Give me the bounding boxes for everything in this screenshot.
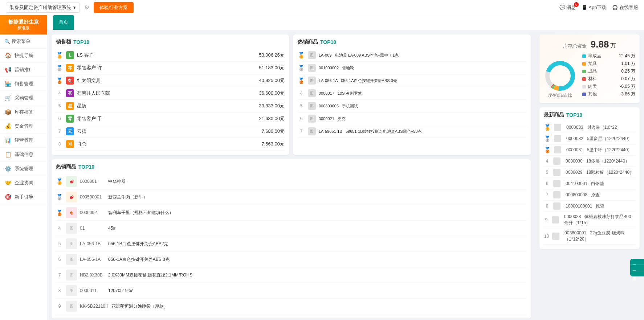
hot-product-row: 🥉 🍖 0000002 智利车子里（规格不知道填什么） — [56, 205, 526, 221]
tab-home[interactable]: 首页 — [53, 15, 74, 30]
app-download[interactable]: 📱 App下载 — [582, 4, 606, 11]
product-rank-row: 🏅 图 LA-089 电池盖 LA-089 ABS本色+黑种 7.1克 — [298, 49, 526, 62]
sidebar-item-basic[interactable]: 📋 基础信息 — [0, 148, 47, 162]
hot-products-card: 热销商品 TOP10 🏅 🥩 0000001 中华神器 🥈 🥩 00050000… — [52, 159, 531, 319]
medal-icon-1: 🏅 — [56, 52, 63, 59]
hot-product-thumb-5: 图 — [66, 238, 77, 249]
hot-product-row: 9 图 KK-SD22110H 花语萌恒温分娩睡袋（厚款） — [56, 299, 526, 314]
product-rank-row: 6 图 0000021 夹克 — [298, 112, 526, 125]
medal-icon: 🥈 — [544, 135, 551, 142]
customer-rank-row: 🥉 红 红太阳文具 40,925.00元 — [56, 74, 285, 87]
customer-badge-3: 红 — [66, 77, 74, 85]
panels-left: 销售额TOP10 🏅 L LS 客户 53,006.26元 🥈 零 零 — [47, 30, 535, 320]
brand-sub: 标准版 — [17, 25, 29, 31]
sidebar-item-finance[interactable]: 💰 资金管理 — [0, 119, 47, 134]
main-content: 销售额TOP10 🏅 L LS 客户 53,006.26元 🥈 零 零 — [47, 30, 644, 320]
customer-badge-4: 苍 — [66, 89, 74, 97]
sidebar-item-purchase[interactable]: 🛒 采购管理 — [0, 91, 47, 105]
customer-badge-1: L — [66, 51, 74, 59]
legend-dot — [582, 54, 586, 58]
new-product-thumb — [552, 233, 559, 240]
inventory-icon: 📦 — [4, 109, 12, 115]
customer-badge-5: 星 — [66, 102, 74, 110]
sidebar-item-operation[interactable]: 📊 经营管理 — [0, 134, 47, 148]
medal-icon: 🏅 — [298, 52, 305, 59]
hot-product-row: 6 图 LA-056-1A 056-1A白色按键开关盖ABS 3克 — [56, 252, 526, 267]
new-product-row: 🥉 0000031 5厘中纤（1220*2440） — [544, 144, 635, 156]
donut-label: 库存资金占比 — [544, 93, 576, 98]
search-menu[interactable]: 🔍 搜索菜单 — [0, 34, 47, 49]
sidebar-item-enterprise[interactable]: 🤝 企业协同 — [0, 176, 47, 190]
customer-rank-row: 8 肖 肖总 7,563.00元 — [56, 138, 285, 151]
system-icon: ⚙️ — [4, 165, 12, 172]
top-rankings-row: 销售额TOP10 🏅 L LS 客户 53,006.26元 🥈 零 零 — [52, 34, 531, 155]
hot-product-thumb-8: 图 — [66, 285, 77, 296]
legend-list: 半成品 12.45 万 文具 1.01 万 成品 0 — [582, 53, 635, 99]
medal-icon: 🏅 — [544, 124, 551, 131]
product-rank-row: 🥉 图 LA-056-1A 056-1A白色按键开关盖ABS 3壳 — [298, 74, 526, 87]
main-layout: 畅捷通好生意 标准版 🔍 搜索菜单 🏠 快捷导航 📢 营销推广 🏪 销售管理 🛒… — [0, 15, 644, 320]
medal-icon: 🥉 — [544, 147, 551, 153]
hot-product-thumb-6: 图 — [66, 254, 77, 265]
hot-product-row: 5 图 LA-056-1B 056-1B白色按键开关壳ABS2克 — [56, 236, 526, 252]
float-btn-hotline[interactable]: 客服热线 — [630, 259, 644, 265]
legend-dot — [582, 70, 586, 73]
finance-icon: 💰 — [4, 123, 12, 130]
new-product-thumb — [554, 146, 561, 153]
product-thumb-3: 图 — [308, 77, 316, 85]
message-badge: 6 — [574, 2, 579, 7]
operation-icon: 📊 — [4, 137, 12, 144]
medal-icon: 🏅 — [56, 178, 63, 185]
marketing-icon: 📢 — [4, 66, 12, 73]
new-product-thumb — [553, 180, 561, 187]
hot-products-title: 热销商品 TOP10 — [56, 164, 526, 170]
new-product-thumb — [554, 124, 561, 131]
settings-icon[interactable]: ⚙ — [84, 4, 89, 11]
legend-item-wenju: 文具 1.01 万 — [582, 61, 635, 67]
newest-products-card: 最新商品 TOP10 🏅 0000033 封边带（1.0*22） 🥈 00000… — [539, 107, 640, 249]
brand-name: 畅捷通好生意 — [8, 19, 39, 25]
new-product-thumb — [552, 216, 559, 223]
hot-product-thumb-4: 图 — [66, 223, 77, 234]
sidebar-item-system[interactable]: ⚙️ 系统管理 — [0, 162, 47, 176]
right-panel: 库存总资金 9.88 万 — [535, 30, 644, 320]
new-product-row: 5 0000029 18颗粒板（1220*2440） — [544, 167, 635, 178]
product-rank-row: 7 图 LA-59651-1B 59651-1B旋转投影灯电池盒ABS黑色+58… — [298, 125, 526, 138]
sidebar-item-quick-nav[interactable]: 🏠 快捷导航 — [0, 49, 47, 63]
customer-rank-row: 5 星 星扬 33,333.00元 — [56, 100, 285, 112]
float-btn-community[interactable]: 服务社区 — [630, 265, 644, 271]
legend-item-cailiao: 材料 0.07 万 — [582, 76, 635, 82]
medal-icon: 🥈 — [298, 65, 305, 71]
float-btn-live[interactable]: 直播 — [630, 271, 644, 276]
sidebar-item-guide[interactable]: 🎯 新手引导 — [0, 190, 47, 204]
header-right: 💬 6 消息 📱 App下载 🎧 在线客服 — [559, 4, 638, 11]
product-rank-row: 5 图 000800005 手机测试 — [298, 100, 526, 112]
hot-product-row: 4 图 01 45# — [56, 221, 526, 236]
legend-item-roulei: 肉类 -0.05 万 — [582, 83, 635, 90]
trial-button[interactable]: 体验行业方案 — [94, 2, 134, 13]
customer-rank-row: 7 云 云扬 7,680.00元 — [56, 125, 285, 138]
product-rank-row: 🥈 图 001000002 雪地靴 — [298, 62, 526, 74]
sidebar-item-marketing[interactable]: 📢 营销推广 — [0, 63, 47, 77]
new-product-thumb — [553, 169, 561, 176]
product-thumb-6: 图 — [308, 115, 316, 123]
donut-chart: 库存资金占比 — [544, 60, 576, 92]
header-left: 装备及固定资产辅助管理系统 ▾ ⚙ 体验行业方案 — [6, 2, 134, 13]
sidebar-item-inventory[interactable]: 📦 库存核算 — [0, 105, 47, 119]
message-wrap[interactable]: 💬 6 消息 — [559, 4, 576, 11]
legend-item-chengpin: 成品 0.25 万 — [582, 68, 635, 74]
sidebar-item-sales[interactable]: 🏪 销售管理 — [0, 77, 47, 91]
product-thumb-4: 图 — [308, 89, 316, 97]
products-sold-title: 热销商品 TOP10 — [298, 39, 526, 45]
phone-icon: 📱 — [582, 5, 587, 10]
newest-products-title: 最新商品 TOP10 — [544, 112, 635, 118]
legend-dot — [582, 62, 586, 66]
medal-icon-2: 🥈 — [56, 65, 63, 71]
system-selector[interactable]: 装备及固定资产辅助管理系统 ▾ — [6, 3, 80, 13]
hot-product-thumb-7: 图 — [66, 270, 77, 280]
headset-icon: 🎧 — [612, 5, 618, 10]
search-icon: 🔍 — [4, 39, 10, 44]
inventory-unit: 万 — [610, 42, 616, 49]
customer-badge-8: 肖 — [66, 140, 74, 148]
online-service[interactable]: 🎧 在线客服 — [612, 4, 638, 11]
